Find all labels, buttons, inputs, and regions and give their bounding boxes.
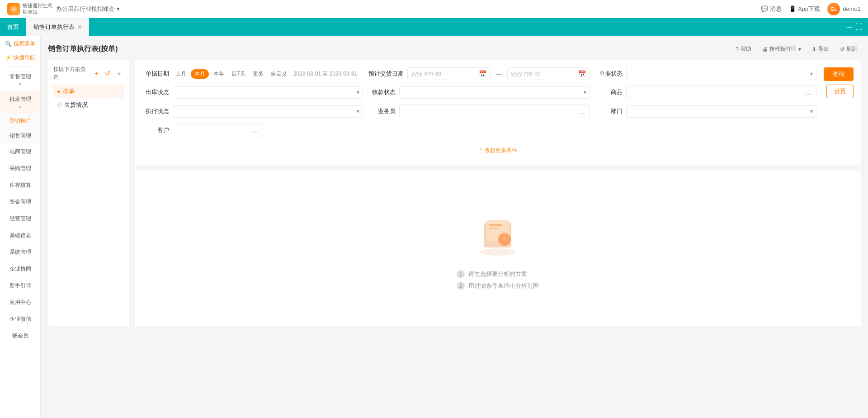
sidebar-item-wechat[interactable]: 企业微信 — [0, 311, 40, 328]
sidebar-sub-sales[interactable]: 销售管理 — [0, 128, 40, 143]
nav-icon: ⚡ — [5, 55, 12, 61]
sidebar: 🔍 搜索菜单 ⚡ 快捷导航 零售管理 ▾ 批发管理 ▴ 营销推广 销售管理 电商… — [0, 36, 41, 418]
page-actions: ? 帮助 🖨 按模板打印 ▾ ⬇ 导出 ↺ 刷新 — [732, 43, 861, 55]
scheme-inactive-icon: ◎ — [57, 102, 61, 108]
date-tab-last-month[interactable]: 上月 — [173, 69, 189, 79]
goods-label: 商品 — [595, 88, 623, 96]
template-print-button[interactable]: 🖨 按模板打印 ▾ — [759, 43, 805, 55]
sidebar-item-basic[interactable]: 基础信息 — [0, 227, 40, 244]
app-download-action[interactable]: 📱 App下载 — [789, 5, 820, 13]
sidebar-item-appstore[interactable]: 应用中心 — [0, 294, 40, 311]
scheme-label: 按以下方案查询 — [53, 66, 90, 81]
delivery-select-container: ▾ — [173, 86, 363, 99]
calendar-icon: 📅 — [479, 70, 486, 77]
action-buttons: 查询 设置 — [824, 67, 854, 98]
main-layout: 🔍 搜索菜单 ⚡ 快捷导航 零售管理 ▾ 批发管理 ▴ 营销推广 销售管理 电商… — [0, 36, 868, 418]
date-tab-more[interactable]: 更多 — [250, 69, 266, 79]
sidebar-item-ecommerce[interactable]: 电商管理 — [0, 143, 40, 160]
refresh-scheme-button[interactable]: ↺ — [103, 68, 113, 78]
delivery-status-label: 出库状态 — [142, 88, 169, 96]
date-tab-this-month[interactable]: 本月 — [191, 69, 209, 79]
scheme-item-by-order[interactable]: ● 按单 — [53, 85, 124, 98]
sidebar-item-system[interactable]: 系统管理 — [0, 244, 40, 261]
user-area[interactable]: Ea demo2 — [827, 3, 861, 15]
tab-minimize-icon[interactable]: ─ — [847, 23, 852, 31]
query-button[interactable]: 查询 — [824, 67, 854, 81]
tip-num-1: 1 — [457, 270, 465, 278]
svg-rect-4 — [489, 224, 502, 226]
sidebar-item-wholesale[interactable]: 批发管理 ▴ — [0, 91, 40, 114]
logo-text: 畅捷通好生意 标准版 — [23, 3, 52, 14]
message-action[interactable]: 💬 消息 — [761, 5, 782, 13]
salesperson-label: 业务员 — [368, 107, 396, 115]
date-sep: — — [494, 71, 504, 77]
payment-status-select[interactable] — [399, 86, 590, 99]
collapse-panel-button[interactable]: « — [114, 68, 124, 78]
forecast-date-start[interactable]: yyyy-mm-dd 📅 — [407, 67, 490, 80]
status-select[interactable] — [626, 68, 816, 80]
sidebar-search[interactable]: 🔍 搜索菜单 — [0, 36, 40, 51]
empty-icon: ! — [471, 207, 525, 261]
breadcrumb-area[interactable]: 办公用品行业模拟账套 ▾ — [56, 5, 120, 13]
empty-tips: 1 请先选择要分析的方案 2 用过滤条件来缩小分析范围 — [457, 270, 539, 290]
sidebar-sub-marketing[interactable]: 营销推广 — [0, 114, 40, 128]
tab-maximize-icon[interactable]: ⛶ — [855, 23, 863, 31]
salesperson-picker[interactable]: ... — [399, 104, 590, 118]
collapse-button[interactable]: ⌃ 收起更多条件 — [475, 143, 521, 158]
date-tabs: 上月 本月 本年 近7天 更多 自定义 — [173, 69, 290, 79]
sidebar-item-finance[interactable]: 资金管理 — [0, 194, 40, 210]
sidebar-item-operation[interactable]: 经营管理 — [0, 210, 40, 227]
salesperson-dots-icon: ... — [579, 107, 585, 115]
goods-picker[interactable]: ... — [626, 86, 816, 99]
user-name: demo2 — [843, 5, 861, 12]
forecast-date-end[interactable]: yyyy-mm-dd 📅 — [507, 67, 590, 80]
tab-close-icon[interactable]: ✕ — [77, 24, 82, 30]
export-icon: ⬇ — [812, 46, 816, 52]
exec-status-label: 执行状态 — [142, 107, 169, 115]
logo-area: 畅捷通好生意 标准版 — [7, 3, 52, 15]
export-button[interactable]: ⬇ 导出 — [808, 43, 833, 55]
help-icon: ? — [736, 46, 739, 52]
customer-picker[interactable]: ... — [173, 124, 263, 137]
collapse-row: ⌃ 收起更多条件 — [142, 141, 854, 158]
sidebar-item-newuser[interactable]: 新手引导 — [0, 277, 40, 294]
status-label: 单据状态 — [595, 70, 623, 78]
breadcrumb-arrow: ▾ — [117, 5, 120, 12]
date-tab-custom[interactable]: 自定义 — [268, 69, 290, 79]
tab-home[interactable]: 首页 — [0, 18, 26, 36]
tab-bar: 首页 销售订单执行表 ✕ ─ ⛶ — [0, 18, 868, 36]
scheme-item-owed[interactable]: ◎ 欠货情况 — [53, 98, 124, 112]
dept-select[interactable] — [626, 105, 816, 118]
user-avatar: Ea — [827, 3, 840, 15]
top-bar: 畅捷通好生意 标准版 办公用品行业模拟账套 ▾ 💬 消息 📱 App下载 Ea … — [0, 0, 868, 18]
tab-sales-order[interactable]: 销售订单执行表 ✕ — [26, 18, 89, 36]
calendar-icon-2: 📅 — [578, 70, 586, 77]
add-scheme-button[interactable]: + — [92, 68, 101, 78]
sidebar-item-enterprise[interactable]: 企业协同 — [0, 261, 40, 277]
svg-rect-5 — [489, 228, 499, 229]
sidebar-item-inventory[interactable]: 库存核算 — [0, 177, 40, 194]
exec-status-select[interactable] — [173, 105, 363, 118]
sidebar-item-purchase[interactable]: 采购管理 — [0, 160, 40, 177]
sidebar-item-retail[interactable]: 零售管理 ▾ — [0, 68, 40, 91]
payment-status-label: 收款状态 — [368, 88, 396, 96]
svg-point-0 — [10, 5, 17, 12]
sidebar-item-member[interactable]: 畅会员 — [0, 328, 40, 344]
status-select-container: ▾ — [626, 68, 816, 80]
customer-label: 客户 — [142, 126, 169, 134]
date-label: 单据日期 — [142, 70, 169, 78]
date-tab-7days[interactable]: 近7天 — [229, 69, 248, 79]
delivery-status-select[interactable] — [173, 86, 363, 99]
date-tab-this-year[interactable]: 本年 — [211, 69, 227, 79]
page-title: 销售订单执行表(按单) — [48, 44, 118, 54]
empty-state: ! 1 请先选择要分析的方案 2 用过滤条件来缩小分析范围 — [135, 171, 861, 326]
sidebar-divider — [4, 66, 37, 66]
svg-point-1 — [480, 248, 516, 256]
set-button[interactable]: 设置 — [826, 85, 854, 98]
scheme-active-icon: ● — [57, 88, 60, 95]
sidebar-nav[interactable]: ⚡ 快捷导航 — [0, 51, 40, 64]
page-header: 销售订单执行表(按单) ? 帮助 🖨 按模板打印 ▾ ⬇ 导出 ↺ 刷新 — [48, 43, 861, 55]
exec-select-container: ▾ — [173, 105, 363, 118]
help-button[interactable]: ? 帮助 — [732, 43, 755, 55]
refresh-button[interactable]: ↺ 刷新 — [836, 43, 861, 55]
